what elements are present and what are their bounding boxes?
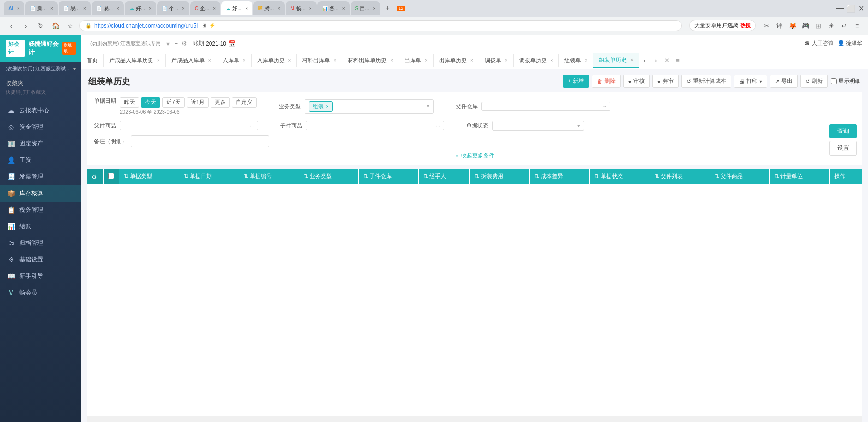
- tab-close-8[interactable]: ×: [245, 6, 248, 11]
- tab-material-out-history[interactable]: 材料出库单历史×: [342, 54, 399, 67]
- tab-close[interactable]: ×: [243, 58, 246, 63]
- tab-scroll-right[interactable]: ›: [650, 55, 661, 66]
- tab-close[interactable]: ×: [551, 58, 553, 63]
- back-btn[interactable]: ‹: [6, 20, 17, 31]
- warehouse-input[interactable]: ···: [481, 102, 610, 111]
- col-handler[interactable]: ⇅ 经手人: [419, 169, 470, 184]
- sidebar-item-cloud-report[interactable]: ☁ 云报表中心: [0, 102, 81, 119]
- add-company-btn[interactable]: +: [174, 40, 178, 47]
- tab-close[interactable]: ×: [334, 58, 336, 63]
- tab-close[interactable]: ×: [390, 58, 393, 63]
- tab-close[interactable]: ×: [425, 58, 428, 63]
- tab-inbound-history[interactable]: 入库单历史×: [252, 54, 297, 67]
- forward-btn[interactable]: ›: [20, 20, 31, 31]
- browser-tab-9[interactable]: 腾 腾... ×: [253, 1, 285, 15]
- game-btn[interactable]: 🎮: [800, 20, 811, 31]
- tab-close-4[interactable]: ×: [117, 6, 119, 11]
- undo-btn[interactable]: ↩: [839, 20, 850, 31]
- tab-finished-history[interactable]: 产成品入库单历史×: [104, 54, 166, 67]
- calendar-icon[interactable]: 📅: [228, 40, 236, 47]
- col-bill-status[interactable]: ⇅ 单据状态: [590, 169, 650, 184]
- tab-close-11[interactable]: ×: [342, 6, 345, 11]
- col-disassemble-fee[interactable]: ⇅ 拆装费用: [470, 169, 530, 184]
- last7-btn[interactable]: 近7天: [162, 97, 185, 108]
- new-btn[interactable]: + 新增: [563, 75, 589, 88]
- col-cost-diff[interactable]: ⇅ 成本差异: [530, 169, 590, 184]
- browser-tab-8[interactable]: ☁ 好... ×: [221, 1, 252, 15]
- sidebar-item-tax[interactable]: 📋 税务管理: [0, 202, 81, 218]
- company-dropdown-arrow[interactable]: ▾: [166, 40, 170, 47]
- service-btn[interactable]: ☎ 人工咨询: [804, 40, 833, 47]
- search-bar[interactable]: 大量安卓用户逃离 热搜: [689, 20, 756, 31]
- tab-home[interactable]: 首页: [81, 54, 104, 67]
- parent-goods-dots[interactable]: ···: [250, 123, 254, 128]
- business-input[interactable]: 组装 × ▾: [305, 99, 434, 114]
- custom-btn[interactable]: 自定义: [232, 97, 257, 108]
- tab-close-6[interactable]: ×: [182, 6, 185, 11]
- status-dropdown[interactable]: ▾: [577, 123, 580, 129]
- col-child-warehouse[interactable]: ⇅ 子件仓库: [358, 169, 418, 184]
- sidebar-item-inventory[interactable]: 📦 库存核算: [0, 185, 81, 202]
- emoji-btn[interactable]: 🦊: [787, 20, 798, 31]
- tab-close[interactable]: ×: [208, 58, 211, 63]
- unadit-btn[interactable]: ● 弃审: [652, 75, 679, 88]
- child-goods-input[interactable]: ···: [306, 121, 444, 130]
- recalc-btn[interactable]: ↺ 重新计算成本: [681, 75, 731, 88]
- tab-more[interactable]: ≡: [672, 55, 683, 66]
- tab-close-active[interactable]: ×: [630, 58, 633, 63]
- more-btn[interactable]: 更多: [211, 97, 230, 108]
- sidebar-item-fund[interactable]: ◎ 资金管理: [0, 119, 81, 135]
- col-parent-goods[interactable]: ⇅ 父件商品: [710, 169, 769, 184]
- sidebar-item-settings[interactable]: ⚙ 基础设置: [0, 251, 81, 268]
- warehouse-dots[interactable]: ···: [602, 104, 606, 109]
- tab-close-10[interactable]: ×: [309, 6, 312, 11]
- export-btn[interactable]: ↗ 导出: [770, 75, 798, 88]
- address-bar[interactable]: 🔒 https://cloud.chanjet.com/accounting/u…: [79, 20, 682, 31]
- tab-close[interactable]: ×: [157, 58, 160, 63]
- col-bill-no[interactable]: ⇅ 单据编号: [239, 169, 299, 184]
- last1month-btn[interactable]: 近1月: [187, 97, 209, 108]
- maximize-btn[interactable]: ⬜: [846, 4, 856, 13]
- translate-btn[interactable]: 译: [774, 20, 785, 31]
- tab-outbound-history[interactable]: 出库单历史×: [434, 54, 479, 67]
- today-btn[interactable]: 今天: [141, 97, 160, 108]
- tab-outbound[interactable]: 出库单×: [399, 54, 434, 67]
- company-selector[interactable]: (勿删勿禁用) 江西服宝测试专用 ▾: [0, 62, 81, 76]
- close-btn[interactable]: ✕: [858, 4, 864, 13]
- browser-tab-2[interactable]: 📄 新... ×: [25, 1, 58, 15]
- browser-tab-1[interactable]: Ai ×: [4, 1, 24, 15]
- scissors-btn[interactable]: ✂: [761, 20, 772, 31]
- tab-close-all[interactable]: ✕: [661, 55, 672, 66]
- business-tag-close[interactable]: ×: [326, 104, 328, 109]
- tab-close-2[interactable]: ×: [50, 6, 53, 11]
- setup-btn[interactable]: 设置: [829, 141, 857, 156]
- status-input[interactable]: ▾: [492, 121, 584, 131]
- bookmark-btn[interactable]: ☆: [65, 20, 76, 31]
- print-btn[interactable]: 🖨 打印 ▾: [734, 75, 767, 88]
- yesterday-btn[interactable]: 昨天: [120, 97, 139, 108]
- tab-close-9[interactable]: ×: [277, 6, 280, 11]
- col-biz-type[interactable]: ⇅ 业务类型: [299, 169, 358, 184]
- tab-close-12[interactable]: ×: [373, 6, 375, 11]
- tab-close[interactable]: ×: [505, 58, 508, 63]
- sidebar-item-fixed-assets[interactable]: 🏢 固定资产: [0, 135, 81, 152]
- user-avatar[interactable]: 👤 徐泽华: [838, 40, 862, 47]
- menu-btn[interactable]: ≡: [851, 20, 862, 31]
- show-detail-input[interactable]: [831, 78, 837, 84]
- tab-close[interactable]: ×: [288, 58, 291, 63]
- browser-tab-3[interactable]: 📄 易... ×: [59, 1, 91, 15]
- tab-transfer-history[interactable]: 调拨单历史×: [514, 54, 559, 67]
- tab-assembly-history[interactable]: 组装单历史×: [593, 53, 639, 68]
- tab-assembly[interactable]: 组装单×: [559, 54, 593, 67]
- browser-tab-7[interactable]: C 企... ×: [190, 1, 220, 15]
- gear-btn[interactable]: ⚙: [182, 40, 187, 47]
- sun-btn[interactable]: ☀: [826, 20, 837, 31]
- sidebar-item-membership[interactable]: V 畅会员: [0, 284, 81, 301]
- reload-btn[interactable]: ↻: [35, 20, 46, 31]
- sidebar-item-invoice[interactable]: 🧾 发票管理: [0, 168, 81, 185]
- minimize-btn[interactable]: —: [836, 4, 844, 12]
- note-input[interactable]: [131, 135, 269, 147]
- parent-goods-input[interactable]: ···: [120, 121, 258, 130]
- tab-close[interactable]: ×: [585, 58, 587, 63]
- col-parent-list[interactable]: ⇅ 父件列表: [650, 169, 710, 184]
